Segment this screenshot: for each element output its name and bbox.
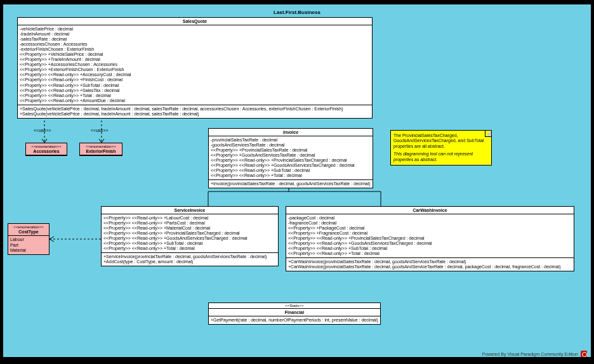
member-line: <<Property>> <<Read-only>> +Total : deci… — [103, 246, 276, 251]
ops: +Invoice(provincialSalesTaxRate : decima… — [209, 180, 373, 188]
member-line: <<Property>> <<Read-only>> +ProvincialSa… — [211, 158, 371, 163]
enum-header: <<enumeration>> CostType — [8, 224, 49, 236]
footer-text: Powered By Visual Paradigm Community Edi… — [482, 352, 578, 356]
class-financial[interactable]: <<Static>> Financial +GetPayment(rate : … — [208, 302, 381, 325]
member-line: -exteriorFinishChosen : ExteriorFinish — [20, 47, 370, 52]
member-line: <<Property>> <<Read-only>> +SubTotal : d… — [103, 241, 276, 246]
class-title: ServiceInvoice — [102, 207, 278, 214]
ops: +ServiceInvoice(provincialTaxRate : deci… — [102, 253, 278, 266]
member-line: -tradeInAmount : decimal — [20, 32, 370, 37]
class-title: Invoice — [209, 129, 373, 136]
enum-values: LabourPartMaterial — [8, 236, 49, 254]
member-line: <<Property>> +VehicleSalePrice : decimal — [20, 52, 370, 57]
footer: Powered By Visual Paradigm Community Edi… — [482, 351, 587, 357]
member-line: +Invoice(provincialSalesTaxRate : decima… — [211, 181, 371, 186]
member-line: <<Property>> <<Read-only>> +SubTotal : d… — [20, 83, 370, 88]
member-line: <<Property>> <<Read-only>> +Total : deci… — [211, 173, 371, 178]
member-line: +GetPayment(rate : decimal, numberOfPaym… — [211, 318, 378, 323]
member-line: -vehicleSalePrice : decimal — [20, 27, 370, 32]
class-serviceinvoice[interactable]: ServiceInvoice <<Property>> <<Read-only>… — [101, 206, 279, 266]
member-line: <<Property>> <<Read-only>> +GoodsAndServ… — [211, 163, 371, 168]
enum-costtype[interactable]: <<enumeration>> CostType LabourPartMater… — [8, 223, 50, 255]
member-line: <<Property>> +TradeInAmount : decimal — [20, 57, 370, 62]
abstract-note: The ProvincialSalesTaxCharged, GoodsAndS… — [390, 130, 492, 166]
use-label: <<use>> — [91, 128, 109, 133]
static-stereo: <<Static>> — [209, 303, 380, 308]
attrs: -vehicleSalePrice : decimal-tradeInAmoun… — [18, 25, 372, 105]
enum-header: <<enumeration>> ExteriorFinish — [80, 143, 122, 155]
class-invoice[interactable]: Invoice -provincialSalesTaxRate : decima… — [208, 128, 373, 188]
member-line: Labour — [10, 237, 47, 242]
member-line: +CarWashInvoice(provincialSalesTaxRate :… — [288, 264, 572, 270]
member-line: <<Property>> <<Read-only>> +GoodsAndServ… — [288, 241, 572, 246]
member-line: <<Property>> <<Read-only>> +SubTotal : d… — [288, 246, 572, 251]
member-line: <<Property>> <<Read-only>> +AccessoryCos… — [20, 72, 370, 77]
vp-logo-icon — [581, 351, 587, 357]
class-title: SalesQuote — [18, 18, 372, 25]
use-label: <<use>> — [34, 128, 51, 133]
member-line: -packageCost : decimal — [288, 216, 572, 221]
member-line: <<Property>> <<Read-only>> +MaterialCost… — [103, 226, 276, 231]
member-line: <<Property>> <<Read-only>> +Total : deci… — [20, 93, 370, 98]
enum-exteriorfinish[interactable]: <<enumeration>> ExteriorFinish — [79, 143, 122, 156]
member-line: <<Property>> <<Read-only>> +FinishCost :… — [20, 77, 370, 82]
member-line: -goodsAndServicesTaxRate : decimal — [211, 143, 371, 148]
class-salesquote[interactable]: SalesQuote -vehicleSalePrice : decimal-t… — [17, 17, 373, 119]
package-title: Last.First.Business — [274, 10, 320, 15]
member-line: <<Property>> <<Read-only>> +LabourCost :… — [103, 216, 276, 221]
class-carwashinvoice[interactable]: CarWashInvoice -packageCost : decimal-fr… — [286, 206, 574, 271]
class-title: CarWashInvoice — [286, 207, 574, 214]
member-line: +SalesQuote(vehicleSalePrice : decimal, … — [20, 112, 370, 117]
attrs: -packageCost : decimal-fragranceCost : d… — [286, 214, 574, 258]
member-line: <<Property>> +GoodsAndServicesTaxRate : … — [211, 153, 371, 158]
member-line: <<Property>> +FragranceCost : decimal — [288, 231, 572, 236]
member-line: <<Property>> +ExteriorFinishChosen : Ext… — [20, 67, 370, 72]
ops: +CarWashInvoice(provincialSalesTaxRate :… — [286, 258, 574, 271]
member-line: Part — [10, 243, 47, 248]
member-line: -accessoriesChosen : Accessories — [20, 42, 370, 47]
member-line: <<Property>> +AccessoriesChosen : Access… — [20, 62, 370, 67]
member-line: <<Property>> <<Read-only>> +SalesTax : d… — [20, 88, 370, 93]
member-line: -provincialSalesTaxRate : decimal — [211, 138, 371, 143]
member-line: <<Property>> <<Read-only>> +PartsCost : … — [103, 221, 276, 226]
member-line: +ServiceInvoice(provincialTaxRate : deci… — [103, 254, 276, 259]
member-line: +SalesQuote(vehicleSalePrice : decimal, … — [20, 107, 370, 112]
ops: +GetPayment(rate : decimal, numberOfPaym… — [209, 316, 380, 324]
member-line: <<Property>> <<Read-only>> +SubTotal : d… — [211, 168, 371, 173]
member-line: <<Property>> <<Read-only>> +ProvincialSa… — [288, 236, 572, 241]
member-line: <<Property>> <<Read-only>> +ProvincialSa… — [103, 231, 276, 236]
member-line: <<Property>> <<Read-only>> +AmountDue : … — [20, 98, 370, 103]
member-line: +AddCost(type : CostType, amount : decim… — [103, 259, 276, 264]
ops: +SalesQuote(vehicleSalePrice : decimal, … — [18, 105, 372, 118]
member-line: Material — [10, 248, 47, 253]
enum-accessories[interactable]: <<enumeration>> Accessories — [25, 143, 67, 156]
attrs: <<Property>> <<Read-only>> +LabourCost :… — [102, 214, 278, 253]
note-fold-icon — [485, 131, 491, 137]
class-title: Financial — [209, 308, 380, 316]
member-line: +CarWashInvoice(provincialSalesTaxRate :… — [288, 259, 572, 264]
member-line: -fragranceCost : decimal — [288, 221, 572, 226]
member-line: <<Property>> <<Read-only>> +Total : deci… — [288, 251, 572, 256]
member-line: <<Property>> +ProvincialSalesTaxRate : d… — [211, 148, 371, 153]
attrs: -provincialSalesTaxRate : decimal-goodsA… — [209, 136, 373, 180]
enum-header: <<enumeration>> Accessories — [26, 143, 67, 155]
diagram-canvas: Last.First.Business <<use>> <<use>> Sale… — [3, 4, 591, 358]
member-line: <<Property>> <<Read-only>> +GoodsAndServ… — [103, 236, 276, 241]
member-line: <<Property>> +PackageCost : decimal — [288, 226, 572, 231]
note-line: This diagramming tool can not represent … — [393, 152, 489, 162]
note-line: The ProvincialSalesTaxCharged, GoodsAndS… — [393, 133, 489, 149]
member-line: -salesTaxRate : decimal — [20, 37, 370, 42]
